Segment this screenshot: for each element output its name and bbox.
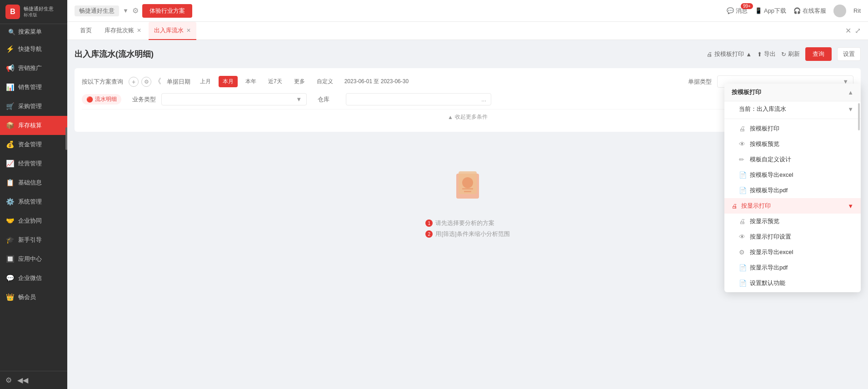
printer-icon-3: 🖨 xyxy=(732,203,738,209)
type-label: 单据类型 xyxy=(688,78,712,86)
sidebar-item-quick-nav[interactable]: ⚡ 快捷导航 xyxy=(0,40,67,59)
collapse-sidebar-icon[interactable]: ◀◀ xyxy=(17,376,28,384)
refresh-btn[interactable]: ↻ 刷新 xyxy=(781,50,800,58)
sidebar-item-sales[interactable]: 📊 销售管理 xyxy=(0,78,67,97)
sidebar-item-wechat[interactable]: 💬 企业微信 xyxy=(0,269,67,288)
tab-flow-close[interactable]: ✕ xyxy=(186,27,191,34)
marketing-icon: 📢 xyxy=(5,64,15,73)
system-icon: ⚙️ xyxy=(5,197,15,206)
tab-flow[interactable]: 出入库流水 ✕ xyxy=(149,22,196,40)
tab-batch-close[interactable]: ✕ xyxy=(137,27,141,34)
date-btn-this-year[interactable]: 本年 xyxy=(241,76,260,87)
settings-btn[interactable]: 设置 xyxy=(837,47,861,61)
quick-nav-icon: ⚡ xyxy=(5,45,15,54)
dropdown-item-display-print[interactable]: 🖨 按显示预览 xyxy=(724,214,861,229)
date-btn-7days[interactable]: 近7天 xyxy=(264,76,286,87)
chevron-up-icon: ▲ xyxy=(448,114,453,120)
topbar-right: 💬 消息 99+ 📱 App下载 🎧 在线客服 Rit xyxy=(727,5,861,17)
finance-icon: 💰 xyxy=(5,140,15,149)
item-label: 按模板预览 xyxy=(750,140,779,148)
dropdown-header: 按模板打印 ▲ xyxy=(724,84,861,101)
edit-icon: ✏ xyxy=(739,156,746,163)
dropdown-item-display-pdf[interactable]: 📄 设置默认功能 xyxy=(724,275,861,291)
sidebar-item-finance[interactable]: 💰 资金管理 xyxy=(0,135,67,154)
dropdown-item-display-preview[interactable]: 👁 按显示打印设置 xyxy=(724,229,861,244)
tab-home[interactable]: 首页 xyxy=(75,22,97,40)
tab-batch-account[interactable]: 库存批次账 ✕ xyxy=(99,22,147,40)
guide-icon: 🎓 xyxy=(5,235,15,244)
sidebar-search[interactable]: 🔍 搜索菜单 xyxy=(0,24,67,40)
inventory-icon: 📦 xyxy=(5,121,15,130)
sidebar-item-label: 采购管理 xyxy=(18,102,42,110)
dropdown-item-template-pdf[interactable]: 📄 按模板导出pdf xyxy=(724,183,861,198)
date-btn-prev-month[interactable]: 上月 xyxy=(196,76,215,87)
dropdown-section-display-print[interactable]: 🖨 按显示打印 ▼ xyxy=(724,198,861,214)
divider-1 xyxy=(724,119,861,119)
message-badge: 99+ xyxy=(741,3,753,9)
eye-icon-2: 👁 xyxy=(739,233,746,240)
sidebar-item-guide[interactable]: 🎓 新手引导 xyxy=(0,230,67,249)
section-arrow-down: ▼ xyxy=(848,203,853,209)
username: Rit xyxy=(853,7,861,14)
date-btn-more[interactable]: 更多 xyxy=(290,76,309,87)
sidebar-item-purchase[interactable]: 🛒 采购管理 xyxy=(0,97,67,116)
dropdown-item-display-excel[interactable]: 📄 按显示导出pdf xyxy=(724,260,861,275)
warehouse-field[interactable]: ... xyxy=(346,93,491,105)
business-type-field[interactable]: ▼ xyxy=(161,93,307,105)
svg-rect-4 xyxy=(464,191,471,192)
topbar-gear-icon[interactable]: ⚙ xyxy=(132,6,139,15)
industry-btn[interactable]: 体验行业方案 xyxy=(142,4,192,18)
topbar-dropdown-icon[interactable]: ▼ xyxy=(123,7,129,14)
sidebar-item-member[interactable]: 👑 畅会员 xyxy=(0,288,67,307)
service-label: 在线客服 xyxy=(803,7,826,15)
dropdown-item-template-preview[interactable]: 👁 按模板预览 xyxy=(724,136,861,152)
online-service[interactable]: 🎧 在线客服 xyxy=(793,7,826,15)
collapse-label: 收起更多条件 xyxy=(455,113,488,121)
dropdown-item-template-print[interactable]: 🖨 按模板打印 xyxy=(724,121,861,136)
topbar-brand-name[interactable]: 畅捷通好生意 xyxy=(75,5,119,16)
app-download[interactable]: 📱 App下载 xyxy=(755,7,786,15)
sidebar-item-cooperation[interactable]: 🤝 企业协同 xyxy=(0,211,67,230)
filter-actions: + ⚙ 《 xyxy=(129,77,161,87)
business-type-label: 业务类型 xyxy=(132,95,156,104)
settings-icon[interactable]: ⚙ xyxy=(5,376,12,384)
basic-icon: 📋 xyxy=(5,178,15,187)
date-btn-custom[interactable]: 自定义 xyxy=(313,76,337,87)
dropdown-header-arrow[interactable]: ▲ xyxy=(848,89,853,96)
sidebar-item-marketing[interactable]: 📢 营销推广 xyxy=(0,59,67,78)
topbar: 畅捷通好生意 ▼ ⚙ 体验行业方案 💬 消息 99+ 📱 App下载 🎧 在线客… xyxy=(67,0,868,22)
sidebar-item-label: 资金管理 xyxy=(18,140,42,149)
dropdown-item-template-excel[interactable]: 📄 按模板导出excel xyxy=(724,167,861,183)
filter-add-btn[interactable]: + xyxy=(129,77,139,87)
expand-btn[interactable]: ⤢ xyxy=(855,26,861,35)
sidebar-item-label: 销售管理 xyxy=(18,83,42,91)
sidebar-item-operations[interactable]: 📈 经营管理 xyxy=(0,154,67,173)
logo-icon: B xyxy=(5,5,20,19)
query-btn[interactable]: 查询 xyxy=(805,47,832,61)
sidebar-item-system[interactable]: ⚙️ 系统管理 xyxy=(0,192,67,211)
close-all-btn[interactable]: ✕ xyxy=(845,26,851,35)
filter-settings-btn[interactable]: ⚙ xyxy=(141,77,151,87)
tab-flow-label: 出入库流水 xyxy=(154,26,184,35)
user-avatar[interactable] xyxy=(833,5,846,17)
sidebar-item-inventory[interactable]: 📦 库存核算 xyxy=(0,116,67,135)
print-template-btn[interactable]: 🖨 按模板打印 ▲ xyxy=(707,50,752,58)
dropdown-current-item[interactable]: 当前：出入库流水 ▼ xyxy=(724,101,861,117)
message-area[interactable]: 💬 消息 99+ xyxy=(727,7,748,15)
dropdown-item-display-settings[interactable]: ⚙ 按显示导出excel xyxy=(724,244,861,260)
item-label: 按模板导出excel xyxy=(750,171,793,179)
export-btn[interactable]: ⬆ 导出 xyxy=(757,50,776,58)
date-btn-this-month[interactable]: 本月 xyxy=(219,76,238,87)
purchase-icon: 🛒 xyxy=(5,102,15,111)
filter-collapse-btn[interactable]: 《 xyxy=(154,77,161,86)
tabs-actions: ✕ ⤢ xyxy=(845,26,861,35)
print-template-chevron-up: ▲ xyxy=(746,51,752,58)
page-header: 出入库流水(流水明细) 🖨 按模板打印 ▲ ⬆ 导出 ↻ 刷新 xyxy=(75,47,861,61)
sidebar-item-appstore[interactable]: 🔲 应用中心 xyxy=(0,249,67,269)
sidebar-item-basic[interactable]: 📋 基础信息 xyxy=(0,173,67,192)
printer-icon-4: 🖨 xyxy=(739,218,746,225)
dropdown-item-template-custom[interactable]: ✏ 模板自定义设计 xyxy=(724,152,861,167)
current-arrow: ▼ xyxy=(848,106,853,113)
filter-tag-detail[interactable]: 🔴 流水明细 xyxy=(82,94,121,105)
sidebar-item-label: 快捷导航 xyxy=(18,45,42,53)
